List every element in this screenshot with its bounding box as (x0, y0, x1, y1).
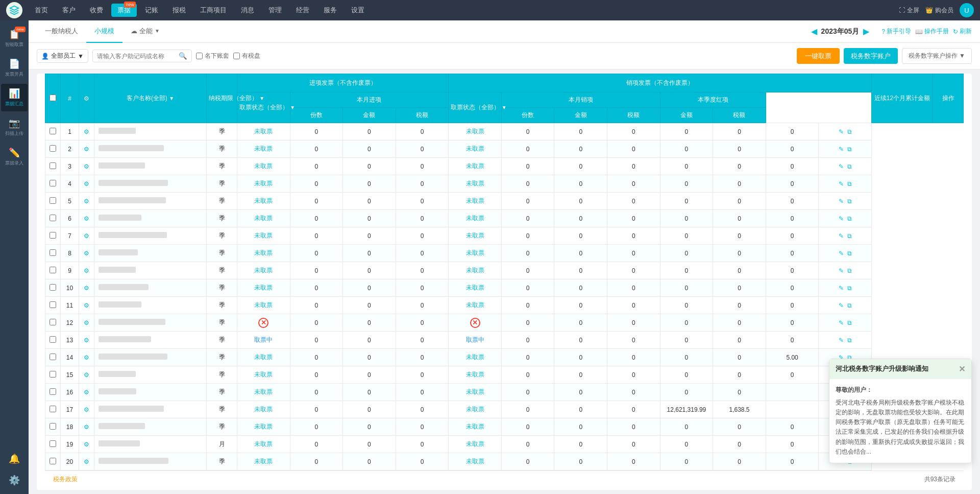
edit-btn[interactable]: ✎ (839, 302, 844, 309)
row-settings-icon[interactable]: ⚙ (79, 297, 94, 314)
staff-select[interactable]: 👤 全部员工 ▼ (37, 49, 88, 63)
nav-item-accounting[interactable]: 记账 (139, 4, 164, 17)
row-settings-icon[interactable]: ⚙ (79, 384, 94, 401)
checkbox-sub-account-input[interactable] (196, 53, 203, 59)
copy-btn[interactable]: ⧉ (847, 215, 852, 222)
copy-btn[interactable]: ⧉ (847, 146, 852, 153)
nav-item-billing[interactable]: 收费 (84, 4, 109, 17)
row-settings-icon[interactable]: ⚙ (79, 453, 94, 471)
row-checkbox[interactable] (50, 232, 56, 239)
nav-item-service[interactable]: 服务 (317, 4, 343, 17)
nav-item-tax[interactable]: 报税 (166, 4, 192, 17)
row-settings-icon[interactable]: ⚙ (79, 227, 94, 245)
avatar[interactable]: U (960, 3, 974, 17)
nav-item-message[interactable]: 消息 (235, 4, 260, 17)
col-period[interactable]: 纳税期限（全部） ▼ (207, 74, 237, 123)
row-checkbox[interactable] (50, 406, 56, 412)
row-settings-icon[interactable]: ⚙ (79, 332, 94, 349)
new-guide-btn[interactable]: ? 新手引导 (881, 27, 911, 36)
copy-btn[interactable]: ⧉ (847, 267, 852, 274)
row-checkbox[interactable] (50, 162, 56, 169)
row-checkbox[interactable] (50, 319, 56, 325)
sidebar-item-invoice-issue[interactable]: 📄 发票开具 (1, 54, 28, 82)
next-month-btn[interactable]: ▶ (863, 27, 869, 36)
manual-btn[interactable]: 📖 操作手册 (915, 27, 949, 36)
row-checkbox[interactable] (50, 267, 56, 273)
one-key-fetch-btn[interactable]: 一键取票 (797, 48, 840, 64)
copy-btn[interactable]: ⧉ (847, 250, 852, 257)
copy-btn[interactable]: ⧉ (847, 128, 852, 135)
checkbox-sub-account[interactable]: 名下账套 (196, 52, 229, 60)
edit-btn[interactable]: ✎ (839, 267, 844, 274)
copy-btn[interactable]: ⧉ (847, 232, 852, 240)
notification-close-btn[interactable]: ✕ (959, 364, 965, 374)
row-settings-icon[interactable]: ⚙ (79, 366, 94, 384)
edit-btn[interactable]: ✎ (839, 319, 844, 326)
copy-btn[interactable]: ⧉ (847, 163, 852, 170)
edit-btn[interactable]: ✎ (839, 163, 844, 170)
nav-item-client[interactable]: 客户 (56, 4, 82, 17)
row-checkbox[interactable] (50, 215, 56, 221)
select-all-checkbox[interactable] (50, 95, 56, 101)
nav-item-settings[interactable]: 设置 (345, 4, 371, 17)
edit-btn[interactable]: ✎ (839, 285, 844, 292)
col-output-fetch-status[interactable]: 取票状态（全部） ▼ (449, 92, 502, 123)
row-settings-icon[interactable]: ⚙ (79, 401, 94, 418)
tax-digital-ops-btn[interactable]: 税务数字账户操作 ▼ (902, 48, 972, 64)
row-settings-icon[interactable]: ⚙ (79, 193, 94, 210)
row-checkbox[interactable] (50, 336, 56, 343)
row-settings-icon[interactable]: ⚙ (79, 140, 94, 158)
tax-policy-link[interactable]: 税务政策 (53, 475, 78, 484)
row-checkbox[interactable] (50, 180, 56, 186)
edit-btn[interactable]: ✎ (839, 146, 844, 153)
refresh-btn[interactable]: ↻ 刷新 (953, 27, 972, 36)
row-settings-icon[interactable]: ⚙ (79, 158, 94, 175)
tab-small-scale[interactable]: 小规模 (86, 20, 122, 43)
row-checkbox[interactable] (50, 354, 56, 360)
copy-btn[interactable]: ⧉ (847, 198, 852, 205)
row-checkbox[interactable] (50, 388, 56, 395)
edit-btn[interactable]: ✎ (839, 232, 844, 240)
fullscreen-btn[interactable]: ⛶ 全屏 (899, 6, 919, 15)
sidebar-item-invoice-summary[interactable]: 📊 票据汇总 (1, 84, 28, 111)
row-settings-icon[interactable]: ⚙ (79, 245, 94, 262)
row-settings-icon[interactable]: ⚙ (79, 262, 94, 279)
tax-digital-btn[interactable]: 税务数字账户 (844, 48, 898, 64)
row-settings-icon[interactable]: ⚙ (79, 175, 94, 193)
row-checkbox[interactable] (50, 301, 56, 308)
row-settings-icon[interactable]: ⚙ (79, 418, 94, 436)
nav-item-operation[interactable]: 经营 (290, 4, 315, 17)
sidebar-item-invoice-entry[interactable]: ✏️ 票据录入 (1, 143, 28, 171)
checkbox-tax-disk-input[interactable] (233, 53, 240, 59)
row-settings-icon[interactable]: ⚙ (79, 123, 94, 140)
sidebar-item-smart-ticket[interactable]: 📋 智能取票 new (1, 25, 28, 52)
sidebar-item-settings[interactable]: ⚙️ (1, 471, 28, 490)
search-btn[interactable]: 🔍 (179, 52, 187, 60)
row-settings-icon[interactable]: ⚙ (79, 436, 94, 453)
edit-btn[interactable]: ✎ (839, 337, 844, 344)
row-settings-icon[interactable]: ⚙ (79, 314, 94, 332)
nav-item-business[interactable]: 工商项目 (194, 4, 233, 17)
edit-btn[interactable]: ✎ (839, 215, 844, 222)
edit-btn[interactable]: ✎ (839, 128, 844, 135)
row-settings-icon[interactable]: ⚙ (79, 279, 94, 297)
col-customer-name[interactable]: 客户名称(全部) ▼ (94, 74, 207, 123)
copy-btn[interactable]: ⧉ (847, 319, 852, 326)
prev-month-btn[interactable]: ◀ (811, 27, 817, 36)
row-checkbox[interactable] (50, 371, 56, 378)
nav-item-home[interactable]: 首页 (29, 4, 54, 17)
row-checkbox[interactable] (50, 249, 56, 256)
row-checkbox[interactable] (50, 423, 56, 430)
row-checkbox[interactable] (50, 440, 56, 447)
copy-btn[interactable]: ⧉ (847, 180, 852, 187)
row-settings-icon[interactable]: ⚙ (79, 210, 94, 227)
nav-item-invoice[interactable]: 票据 new (111, 4, 137, 17)
checkbox-tax-disk[interactable]: 有税盘 (233, 52, 260, 60)
row-checkbox[interactable] (50, 197, 56, 204)
row-checkbox[interactable] (50, 284, 56, 291)
sidebar-item-scan-upload[interactable]: 📷 扫描上传 (1, 113, 28, 141)
nav-item-manage[interactable]: 管理 (262, 4, 288, 17)
edit-btn[interactable]: ✎ (839, 198, 844, 205)
copy-btn[interactable]: ⧉ (847, 285, 852, 292)
edit-btn[interactable]: ✎ (839, 180, 844, 187)
